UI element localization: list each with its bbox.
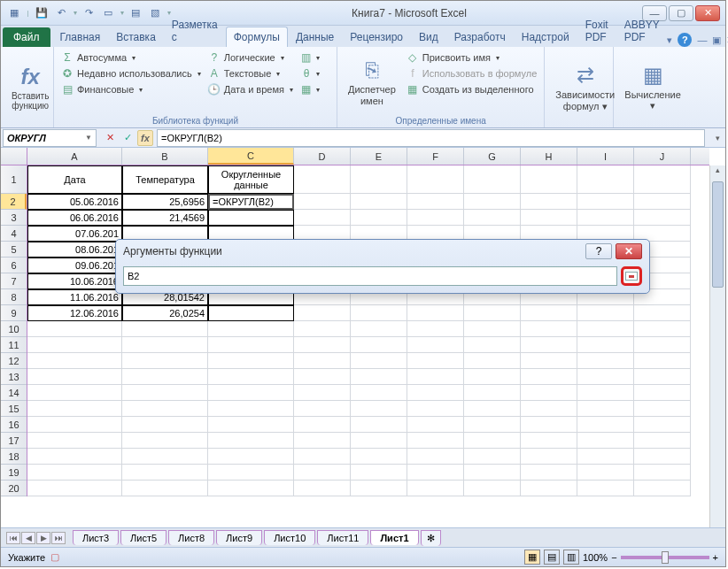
sheet-tab[interactable]: Лист5 bbox=[120, 530, 167, 545]
tab-addins[interactable]: Надстрой bbox=[514, 27, 577, 47]
row-header-15[interactable]: 15 bbox=[1, 401, 27, 417]
cell[interactable] bbox=[577, 481, 634, 496]
new-icon[interactable]: ▭ bbox=[100, 5, 116, 21]
cell[interactable] bbox=[634, 401, 691, 417]
cell[interactable] bbox=[407, 194, 464, 210]
name-manager-button[interactable]: ⎘ Диспетчеримен bbox=[343, 49, 401, 115]
cell[interactable] bbox=[122, 401, 208, 417]
col-header-j[interactable]: J bbox=[634, 148, 691, 165]
cell[interactable] bbox=[407, 210, 464, 226]
cell[interactable] bbox=[577, 465, 634, 481]
cell[interactable] bbox=[464, 165, 521, 194]
cell[interactable] bbox=[634, 353, 691, 369]
row-header-18[interactable]: 18 bbox=[1, 449, 27, 465]
cell[interactable] bbox=[577, 210, 634, 226]
cell[interactable] bbox=[634, 417, 691, 433]
cell[interactable] bbox=[294, 165, 351, 194]
cell[interactable] bbox=[407, 353, 464, 369]
cell[interactable] bbox=[634, 369, 691, 385]
cell[interactable] bbox=[351, 401, 407, 417]
dependencies-button[interactable]: ⇄ Зависимостиформул ▾ bbox=[550, 49, 620, 126]
cell[interactable] bbox=[208, 385, 294, 401]
cell[interactable] bbox=[577, 401, 634, 417]
cell[interactable] bbox=[27, 417, 122, 433]
sheet-nav-prev[interactable]: ◀ bbox=[21, 532, 35, 544]
cell[interactable] bbox=[351, 321, 407, 337]
zoom-level[interactable]: 100% bbox=[583, 552, 608, 563]
tab-view[interactable]: Вид bbox=[411, 27, 446, 47]
cell[interactable] bbox=[577, 337, 634, 353]
cell[interactable] bbox=[351, 337, 407, 353]
cell[interactable] bbox=[577, 305, 634, 321]
scrollbar-thumb[interactable] bbox=[712, 181, 724, 288]
cell-b3[interactable]: 21,4569 bbox=[122, 210, 208, 226]
cell[interactable] bbox=[577, 194, 634, 210]
cell[interactable] bbox=[521, 321, 577, 337]
save-icon[interactable]: 💾 bbox=[34, 5, 50, 21]
math-button[interactable]: θ▾ bbox=[298, 66, 321, 81]
col-header-h[interactable]: H bbox=[521, 148, 577, 165]
cell[interactable] bbox=[577, 433, 634, 449]
row-header-19[interactable]: 19 bbox=[1, 465, 27, 481]
cell-c9[interactable] bbox=[208, 305, 294, 321]
row-header-3[interactable]: 3 bbox=[1, 210, 27, 226]
row-header-16[interactable]: 16 bbox=[1, 417, 27, 433]
col-header-a[interactable]: A bbox=[27, 148, 122, 165]
cell[interactable] bbox=[294, 417, 351, 433]
text-button[interactable]: AТекстовые▾ bbox=[206, 66, 295, 81]
lookup-button[interactable]: ▥▾ bbox=[298, 50, 321, 65]
cell[interactable] bbox=[407, 305, 464, 321]
cell-c2[interactable]: =ОКРУГЛ(B2) bbox=[208, 194, 294, 210]
zoom-thumb[interactable] bbox=[662, 551, 669, 564]
cell[interactable] bbox=[208, 449, 294, 465]
cell[interactable] bbox=[577, 417, 634, 433]
close-button[interactable]: ✕ bbox=[695, 5, 720, 21]
cell[interactable] bbox=[208, 321, 294, 337]
cell-a2[interactable]: 05.06.2016 bbox=[27, 194, 122, 210]
cell[interactable] bbox=[521, 210, 577, 226]
cell[interactable] bbox=[208, 433, 294, 449]
cell[interactable] bbox=[351, 353, 407, 369]
workbook-minimize-icon[interactable]: — bbox=[697, 35, 707, 45]
tab-abbyy[interactable]: ABBYY PDF bbox=[616, 14, 668, 47]
row-header-17[interactable]: 17 bbox=[1, 433, 27, 449]
cell-a8[interactable]: 11.06.2016 bbox=[27, 289, 122, 305]
formula-input[interactable]: =ОКРУГЛ(B2) bbox=[157, 129, 705, 147]
cell[interactable] bbox=[27, 481, 122, 496]
cell[interactable] bbox=[27, 337, 122, 353]
row-header-1[interactable]: 1 bbox=[1, 165, 27, 194]
cell[interactable] bbox=[294, 481, 351, 496]
sheet-nav-next[interactable]: ▶ bbox=[36, 532, 50, 544]
cell[interactable] bbox=[521, 433, 577, 449]
cell[interactable] bbox=[464, 481, 521, 496]
print-preview-icon[interactable]: ▧ bbox=[147, 5, 163, 21]
calculation-button[interactable]: ▦ Вычисление▾ bbox=[619, 49, 686, 126]
cell[interactable] bbox=[464, 465, 521, 481]
cell-a4[interactable]: 07.06.201 bbox=[27, 226, 122, 242]
cell[interactable] bbox=[521, 353, 577, 369]
row-header-13[interactable]: 13 bbox=[1, 369, 27, 385]
cell-a3[interactable]: 06.06.2016 bbox=[27, 210, 122, 226]
cell[interactable] bbox=[577, 449, 634, 465]
cell[interactable] bbox=[351, 417, 407, 433]
cell[interactable] bbox=[294, 194, 351, 210]
cell[interactable] bbox=[521, 465, 577, 481]
cell[interactable] bbox=[521, 305, 577, 321]
row-header-7[interactable]: 7 bbox=[1, 273, 27, 289]
cell[interactable] bbox=[294, 305, 351, 321]
cell[interactable] bbox=[464, 449, 521, 465]
cell[interactable] bbox=[634, 165, 691, 194]
cell[interactable] bbox=[521, 337, 577, 353]
name-box-dropdown-icon[interactable]: ▼ bbox=[85, 134, 92, 142]
cell[interactable] bbox=[294, 433, 351, 449]
ribbon-dropdown-icon[interactable]: ▾ bbox=[667, 35, 672, 46]
insert-function-button[interactable]: fx Вставитьфункцию bbox=[6, 49, 54, 126]
cell[interactable] bbox=[521, 369, 577, 385]
zoom-out-button[interactable]: − bbox=[611, 552, 616, 563]
view-page-layout-icon[interactable]: ▤ bbox=[544, 550, 560, 565]
tab-insert[interactable]: Вставка bbox=[108, 27, 164, 47]
name-box[interactable]: ОКРУГЛ ▼ bbox=[3, 129, 97, 147]
col-header-g[interactable]: G bbox=[464, 148, 521, 165]
cell[interactable] bbox=[27, 449, 122, 465]
cell[interactable] bbox=[577, 165, 634, 194]
